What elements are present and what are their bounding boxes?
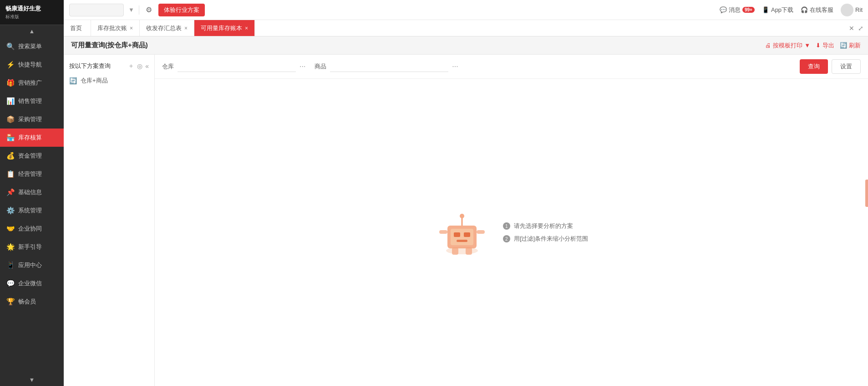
- sidebar-scroll-up[interactable]: ▲: [0, 25, 64, 37]
- tabbar-actions: ✕ ⤢: [844, 20, 868, 36]
- tabbar: 首页 库存批次账 × 收发存汇总表 × 可用量库存账本 × ✕ ⤢: [64, 20, 868, 36]
- tip-text-1: 请先选择要分析的方案: [514, 222, 573, 230]
- sidebar-item-basic[interactable]: 📌 基础信息: [0, 183, 64, 201]
- avatar: [841, 4, 853, 16]
- page-header: 可用量查询(按仓库+商品) 🖨 按模板打印 ▼ ⬇ 导出 🔄 刷新: [64, 36, 868, 55]
- empty-tip-2: 2 用[过滤]条件来缩小分析范围: [503, 235, 588, 243]
- app-download-item[interactable]: 📱 App下载: [762, 6, 793, 14]
- product-input[interactable]: [330, 61, 448, 72]
- sidebar-item-label-newuser: 新手引导: [18, 243, 42, 251]
- tab-available-close[interactable]: ×: [245, 25, 248, 31]
- filter-header-actions: ＋ ◎ «: [128, 62, 149, 70]
- sidebar-item-marketing[interactable]: 🎁 营销推广: [0, 74, 64, 92]
- sidebar-item-appcenter[interactable]: 📱 应用中心: [0, 256, 64, 274]
- svg-rect-10: [452, 247, 458, 255]
- warehouse-field: 仓库 ···: [162, 61, 305, 72]
- sidebar-item-wechat[interactable]: 💬 企业微信: [0, 274, 64, 293]
- experience-btn[interactable]: 体验行业方案: [158, 4, 205, 16]
- sidebar-item-sales[interactable]: 📊 销售管理: [0, 92, 64, 110]
- content-area: 按以下方案查询 ＋ ◎ « 🔄 仓库+商品 仓库 ···: [64, 55, 868, 386]
- topbar-right: 💬 消息 99+ 📱 App下载 🎧 在线客服 Rit: [720, 4, 863, 16]
- topbar-dropdown-icon[interactable]: ▼: [128, 6, 134, 13]
- empty-tips: 1 请先选择要分析的方案 2 用[过滤]条件来缩小分析范围: [503, 222, 588, 243]
- expand-tab-icon[interactable]: ⤢: [858, 25, 863, 32]
- tab-home[interactable]: 首页: [64, 20, 91, 36]
- search-input-text: [73, 6, 95, 14]
- print-action[interactable]: 🖨 按模板打印 ▼: [765, 41, 810, 50]
- export-action[interactable]: ⬇ 导出: [816, 41, 834, 50]
- print-dropdown-icon[interactable]: ▼: [804, 42, 810, 49]
- sidebar-item-member[interactable]: 🏆 畅会员: [0, 293, 64, 311]
- tab-available[interactable]: 可用量库存账本 ×: [194, 20, 255, 36]
- support-label: 在线客服: [810, 6, 833, 14]
- tab-summary-close[interactable]: ×: [184, 25, 188, 31]
- mobile-icon: 📱: [6, 261, 15, 269]
- user-item[interactable]: Rit: [841, 4, 863, 16]
- query-fields: 仓库 ··· 商品 ··· 查询 设置: [155, 55, 868, 79]
- tab-summary-label: 收发存汇总表: [146, 24, 182, 32]
- box-icon: 📦: [6, 115, 15, 124]
- close-tab-icon[interactable]: ✕: [849, 25, 854, 32]
- sidebar-menu: 🔍 搜索菜单 ⚡ 快捷导航 🎁 营销推广 📊 销售管理 📦 采购管理 🏪 库存核…: [0, 37, 64, 374]
- tab-available-label: 可用量库存账本: [201, 24, 242, 32]
- sidebar-item-label-wechat: 企业微信: [18, 279, 42, 288]
- warehouse-input[interactable]: [178, 61, 296, 72]
- sidebar-item-label-search: 搜索菜单: [18, 42, 42, 51]
- sidebar-item-label-inventory: 库存核算: [18, 134, 42, 142]
- refresh-action[interactable]: 🔄 刷新: [840, 41, 861, 50]
- main-area: ▼ ⚙ 体验行业方案 💬 消息 99+ 📱 App下载 🎧 在线客服 Rit: [64, 0, 868, 386]
- sidebar-item-operations[interactable]: 📋 经营管理: [0, 165, 64, 183]
- sidebar-item-label-operations: 经营管理: [18, 170, 42, 178]
- chat-icon: 💬: [6, 279, 15, 288]
- settings-button[interactable]: 设置: [832, 59, 861, 74]
- svg-rect-3: [454, 232, 460, 237]
- filter-panel: 按以下方案查询 ＋ ◎ « 🔄 仓库+商品: [64, 55, 155, 386]
- sidebar-item-system[interactable]: ⚙️ 系统管理: [0, 201, 64, 220]
- product-label: 商品: [315, 62, 326, 71]
- sidebar-item-finance[interactable]: 💰 资金管理: [0, 147, 64, 165]
- product-more-icon[interactable]: ···: [452, 62, 458, 71]
- topbar-divider: [139, 5, 139, 15]
- search-icon: 🔍: [6, 42, 15, 51]
- sidebar-item-purchase[interactable]: 📦 采购管理: [0, 110, 64, 129]
- tip-num-1: 1: [503, 222, 510, 230]
- sidebar-item-label-purchase: 采购管理: [18, 115, 42, 124]
- svg-rect-5: [457, 240, 467, 242]
- svg-rect-11: [466, 247, 472, 255]
- filter-add-icon[interactable]: ＋: [128, 62, 134, 70]
- lightning-icon: ⚡: [6, 61, 15, 69]
- filter-header: 按以下方案查询 ＋ ◎ «: [64, 59, 154, 73]
- query-button[interactable]: 查询: [800, 59, 828, 74]
- refresh-icon: 🔄: [840, 42, 847, 49]
- brand-name: 畅康通好生意: [5, 5, 58, 13]
- sidebar-item-label-marketing: 营销推广: [18, 79, 42, 87]
- app-icon: 📱: [762, 6, 769, 13]
- brand-sub: 标准版: [5, 14, 58, 20]
- sidebar-item-label-member: 畅会员: [18, 298, 36, 306]
- user-name: Rit: [855, 6, 863, 13]
- handshake-icon: 🤝: [6, 225, 15, 233]
- sidebar-item-shortcut[interactable]: ⚡ 快捷导航: [0, 56, 64, 74]
- message-item[interactable]: 💬 消息 99+: [720, 6, 755, 14]
- support-item[interactable]: 🎧 在线客服: [801, 6, 833, 14]
- tab-batch-close[interactable]: ×: [130, 25, 133, 31]
- sidebar-item-newuser[interactable]: 🌟 新手引导: [0, 238, 64, 256]
- sidebar-scroll-down[interactable]: ▼: [0, 374, 64, 386]
- sidebar-header: 畅康通好生意 标准版: [0, 0, 64, 25]
- sidebar-item-label-system: 系统管理: [18, 206, 42, 215]
- tip-num-2: 2: [503, 235, 510, 242]
- settings-icon[interactable]: ⚙: [144, 4, 154, 16]
- tab-batch[interactable]: 库存批次账 ×: [91, 20, 140, 36]
- filter-item-warehouse-product[interactable]: 🔄 仓库+商品: [64, 73, 154, 88]
- tip-text-2: 用[过滤]条件来缩小分析范围: [514, 235, 588, 243]
- sidebar-item-enterprise[interactable]: 🤝 企业协同: [0, 220, 64, 238]
- tab-summary[interactable]: 收发存汇总表 ×: [140, 20, 194, 36]
- sidebar-item-label-sales: 销售管理: [18, 97, 42, 105]
- filter-collapse-icon[interactable]: «: [145, 62, 149, 70]
- sidebar-item-inventory[interactable]: 🏪 库存核算: [0, 129, 64, 147]
- sidebar-item-search[interactable]: 🔍 搜索菜单: [0, 37, 64, 56]
- empty-tip-1: 1 请先选择要分析的方案: [503, 222, 588, 230]
- message-icon: 💬: [720, 6, 727, 13]
- filter-settings-icon[interactable]: ◎: [137, 62, 142, 70]
- warehouse-more-icon[interactable]: ···: [299, 62, 305, 71]
